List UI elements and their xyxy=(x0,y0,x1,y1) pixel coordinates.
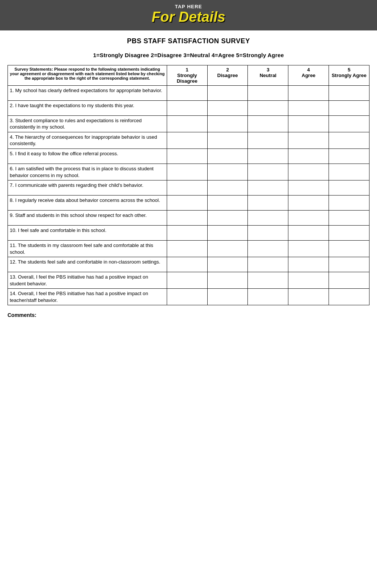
scale-cell-14-4[interactable] xyxy=(288,289,329,305)
statement-cell-13: 13. Overall, I feel the PBS initiative h… xyxy=(8,272,167,289)
scale-cell-9-3[interactable] xyxy=(248,211,288,226)
scale-cell-5-4[interactable] xyxy=(288,149,329,164)
header-banner[interactable]: TAP HERE For Details xyxy=(0,0,377,30)
scale-cell-3-1[interactable] xyxy=(167,115,207,132)
scale-cell-1-1[interactable] xyxy=(167,85,207,100)
scale-cell-3-4[interactable] xyxy=(288,115,329,132)
table-row: 9. Staff and students in this school sho… xyxy=(8,211,369,226)
statement-cell-11: 11. The students in my classroom feel sa… xyxy=(8,241,167,257)
scale-cell-1-2[interactable] xyxy=(207,85,248,100)
scale-cell-11-4[interactable] xyxy=(288,241,329,257)
scale-cell-14-2[interactable] xyxy=(207,289,248,305)
scale-cell-9-4[interactable] xyxy=(288,211,329,226)
table-row: 8. I regularly receive data about behavi… xyxy=(8,195,369,211)
scale-cell-5-1[interactable] xyxy=(167,149,207,164)
scale-cell-1-4[interactable] xyxy=(288,85,329,100)
col-header-4: 4 Agree xyxy=(288,65,329,85)
scale-cell-4-1[interactable] xyxy=(167,132,207,149)
scale-legend: 1=Strongly Disagree 2=Disagree 3=Neutral… xyxy=(8,52,369,58)
scale-cell-7-5[interactable] xyxy=(329,180,369,195)
table-row: 12. The students feel safe and comfortab… xyxy=(8,257,369,272)
scale-cell-8-2[interactable] xyxy=(207,195,248,211)
scale-cell-10-3[interactable] xyxy=(248,226,288,241)
scale-cell-5-3[interactable] xyxy=(248,149,288,164)
scale-cell-13-1[interactable] xyxy=(167,272,207,289)
scale-cell-12-3[interactable] xyxy=(248,257,288,272)
scale-cell-2-1[interactable] xyxy=(167,100,207,115)
scale-cell-13-4[interactable] xyxy=(288,272,329,289)
scale-cell-6-5[interactable] xyxy=(329,164,369,180)
scale-cell-6-2[interactable] xyxy=(207,164,248,180)
statement-cell-6: 6. I am satisfied with the process that … xyxy=(8,164,167,180)
scale-cell-4-5[interactable] xyxy=(329,132,369,149)
scale-cell-6-1[interactable] xyxy=(167,164,207,180)
statement-cell-10: 10. I feel safe and comfortable in this … xyxy=(8,226,167,241)
table-row: 1. My school has clearly defined expecta… xyxy=(8,85,369,100)
scale-cell-13-2[interactable] xyxy=(207,272,248,289)
scale-cell-2-4[interactable] xyxy=(288,100,329,115)
scale-cell-3-3[interactable] xyxy=(248,115,288,132)
table-row: 5. I find it easy to follow the office r… xyxy=(8,149,369,164)
scale-cell-4-3[interactable] xyxy=(248,132,288,149)
table-row: 14. Overall, I feel the PBS initiative h… xyxy=(8,289,369,305)
col-header-statement: Survey Statements: Please respond to the… xyxy=(8,65,167,85)
col-header-1: 1 Strongly Disagree xyxy=(167,65,207,85)
scale-cell-1-5[interactable] xyxy=(329,85,369,100)
scale-cell-5-2[interactable] xyxy=(207,149,248,164)
scale-cell-9-1[interactable] xyxy=(167,211,207,226)
scale-cell-11-3[interactable] xyxy=(248,241,288,257)
scale-cell-13-3[interactable] xyxy=(248,272,288,289)
scale-cell-7-4[interactable] xyxy=(288,180,329,195)
scale-cell-10-1[interactable] xyxy=(167,226,207,241)
scale-cell-7-2[interactable] xyxy=(207,180,248,195)
scale-cell-2-5[interactable] xyxy=(329,100,369,115)
scale-cell-3-5[interactable] xyxy=(329,115,369,132)
comments-section: Comments: xyxy=(8,312,369,318)
scale-cell-7-1[interactable] xyxy=(167,180,207,195)
scale-cell-12-2[interactable] xyxy=(207,257,248,272)
scale-cell-8-1[interactable] xyxy=(167,195,207,211)
scale-cell-10-5[interactable] xyxy=(329,226,369,241)
scale-cell-2-2[interactable] xyxy=(207,100,248,115)
scale-cell-6-4[interactable] xyxy=(288,164,329,180)
col-header-2: 2 Disagree xyxy=(207,65,248,85)
scale-cell-10-2[interactable] xyxy=(207,226,248,241)
statement-cell-12: 12. The students feel safe and comfortab… xyxy=(8,257,167,272)
scale-cell-14-5[interactable] xyxy=(329,289,369,305)
table-row: 3. Student compliance to rules and expec… xyxy=(8,115,369,132)
scale-cell-2-3[interactable] xyxy=(248,100,288,115)
scale-cell-11-1[interactable] xyxy=(167,241,207,257)
scale-cell-11-2[interactable] xyxy=(207,241,248,257)
scale-cell-8-3[interactable] xyxy=(248,195,288,211)
page-content: PBS STAFF SATISFACTION SURVEY 1=Strongly… xyxy=(0,30,377,330)
survey-table: Survey Statements: Please respond to the… xyxy=(8,65,369,306)
scale-cell-8-4[interactable] xyxy=(288,195,329,211)
scale-cell-8-5[interactable] xyxy=(329,195,369,211)
scale-cell-5-5[interactable] xyxy=(329,149,369,164)
for-details-text: For Details xyxy=(0,9,377,25)
scale-cell-7-3[interactable] xyxy=(248,180,288,195)
scale-cell-1-3[interactable] xyxy=(248,85,288,100)
scale-cell-12-5[interactable] xyxy=(329,257,369,272)
statement-cell-3: 3. Student compliance to rules and expec… xyxy=(8,115,167,132)
scale-cell-10-4[interactable] xyxy=(288,226,329,241)
col-header-5: 5 Strongly Agree xyxy=(329,65,369,85)
scale-cell-9-5[interactable] xyxy=(329,211,369,226)
scale-cell-12-1[interactable] xyxy=(167,257,207,272)
scale-cell-9-2[interactable] xyxy=(207,211,248,226)
table-row: 11. The students in my classroom feel sa… xyxy=(8,241,369,257)
statement-cell-14: 14. Overall, I feel the PBS initiative h… xyxy=(8,289,167,305)
scale-cell-14-1[interactable] xyxy=(167,289,207,305)
scale-cell-11-5[interactable] xyxy=(329,241,369,257)
scale-cell-12-4[interactable] xyxy=(288,257,329,272)
statement-cell-4: 4. The hierarchy of consequences for ina… xyxy=(8,132,167,149)
scale-cell-13-5[interactable] xyxy=(329,272,369,289)
scale-cell-4-4[interactable] xyxy=(288,132,329,149)
scale-cell-4-2[interactable] xyxy=(207,132,248,149)
statement-cell-8: 8. I regularly receive data about behavi… xyxy=(8,195,167,211)
scale-cell-6-3[interactable] xyxy=(248,164,288,180)
scale-cell-14-3[interactable] xyxy=(248,289,288,305)
scale-cell-3-2[interactable] xyxy=(207,115,248,132)
statement-cell-9: 9. Staff and students in this school sho… xyxy=(8,211,167,226)
statement-cell-1: 1. My school has clearly defined expecta… xyxy=(8,85,167,100)
